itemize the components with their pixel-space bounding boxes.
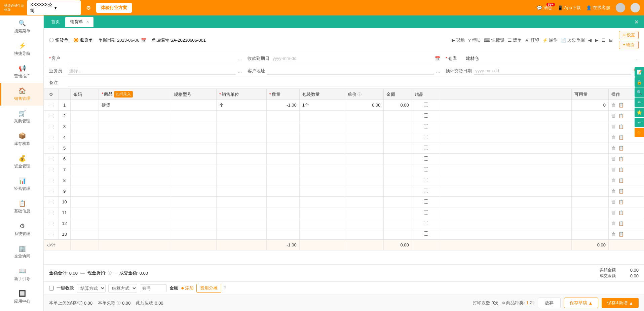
- row-goods[interactable]: [99, 111, 171, 121]
- row-goods[interactable]: [99, 132, 171, 143]
- row-copy-icon[interactable]: 📋: [618, 156, 624, 161]
- row-spec[interactable]: [171, 154, 216, 164]
- row-amount[interactable]: [383, 218, 412, 229]
- settle-method-select[interactable]: 结算方式: [77, 284, 106, 293]
- right-panel-alert-icon[interactable]: 🔶: [635, 128, 644, 137]
- window-close-icon[interactable]: ✕: [632, 17, 641, 27]
- row-barcode[interactable]: [71, 186, 99, 197]
- row-price[interactable]: [345, 175, 383, 186]
- row-price[interactable]: [345, 111, 383, 121]
- sidebar-item-marketing[interactable]: 📢 营销推广: [0, 61, 43, 83]
- row-price[interactable]: [345, 121, 383, 132]
- row-gift[interactable]: [412, 100, 440, 111]
- remarks-input[interactable]: [68, 79, 639, 86]
- row-gift-checkbox[interactable]: [424, 103, 428, 107]
- sidebar-item-weixin[interactable]: 💬 企业微信: [0, 308, 43, 311]
- row-qty[interactable]: [266, 121, 299, 132]
- row-qty[interactable]: [266, 186, 299, 197]
- receive-date-calendar-icon[interactable]: 📅: [435, 56, 440, 61]
- row-gift-checkbox[interactable]: [424, 221, 428, 225]
- row-drag-icon[interactable]: ⋮⋮: [47, 199, 55, 204]
- row-unit[interactable]: [216, 207, 266, 218]
- row-amount[interactable]: [383, 121, 412, 132]
- row-gift[interactable]: [412, 175, 440, 186]
- right-panel-edit2-icon[interactable]: ✏: [635, 118, 644, 127]
- row-unit[interactable]: [216, 164, 266, 175]
- row-gift-checkbox[interactable]: [424, 146, 428, 150]
- expense-button[interactable]: 费用分摊: [196, 284, 221, 293]
- sidebar-item-enterprise[interactable]: 🏢 企业协同: [0, 241, 43, 263]
- row-unit[interactable]: [216, 143, 266, 154]
- save-draft-button[interactable]: 保存草稿 ▲: [564, 298, 599, 308]
- payment-help-icon[interactable]: ?: [224, 286, 226, 290]
- row-spec[interactable]: [171, 218, 216, 229]
- right-panel-edit-icon[interactable]: 📝: [635, 67, 644, 77]
- row-gift[interactable]: [412, 143, 440, 154]
- row-spec[interactable]: [171, 111, 216, 121]
- price-info-icon[interactable]: ⓘ: [357, 92, 362, 97]
- row-amount[interactable]: [383, 207, 412, 218]
- row-copy-icon[interactable]: 📋: [618, 103, 624, 108]
- scan-button[interactable]: 扫码录入: [114, 91, 133, 98]
- avatar[interactable]: [616, 3, 625, 12]
- row-goods[interactable]: [99, 121, 171, 132]
- row-goods[interactable]: [99, 186, 171, 197]
- settings-button[interactable]: ⊙ 设置: [619, 31, 639, 39]
- row-goods[interactable]: [99, 229, 171, 240]
- radio-return[interactable]: 退货单: [74, 37, 93, 43]
- row-pack-qty[interactable]: [299, 143, 345, 154]
- row-drag-icon[interactable]: ⋮⋮: [47, 178, 55, 183]
- row-spec[interactable]: [171, 143, 216, 154]
- row-unit[interactable]: [216, 121, 266, 132]
- row-drag-icon[interactable]: ⋮⋮: [47, 124, 55, 129]
- row-gift-checkbox[interactable]: [424, 210, 428, 215]
- row-gift-checkbox[interactable]: [424, 156, 428, 161]
- save-new-button[interactable]: 保存&新增 ▲: [602, 298, 639, 308]
- row-barcode[interactable]: [71, 175, 99, 186]
- discount-info-icon[interactable]: ⓘ: [108, 270, 112, 276]
- row-pack-qty[interactable]: [299, 164, 345, 175]
- row-delete-icon[interactable]: 🗑: [611, 221, 616, 226]
- row-gift-checkbox[interactable]: [424, 178, 428, 182]
- row-price[interactable]: [345, 197, 383, 207]
- history-action[interactable]: 📄 历史单据: [561, 37, 585, 43]
- row-spec[interactable]: [171, 121, 216, 132]
- row-barcode[interactable]: [71, 164, 99, 175]
- online-service-button[interactable]: 👤 在线客服: [586, 5, 610, 11]
- one-click-checkbox[interactable]: [49, 286, 54, 290]
- debt2-info-icon[interactable]: ⓘ: [117, 300, 121, 306]
- row-gift-checkbox[interactable]: [424, 124, 428, 128]
- row-amount[interactable]: [383, 229, 412, 240]
- row-qty[interactable]: [266, 175, 299, 186]
- row-gift-checkbox[interactable]: [424, 113, 428, 118]
- row-price[interactable]: [345, 229, 383, 240]
- row-delete-icon[interactable]: 🗑: [611, 135, 616, 140]
- salesman-input[interactable]: [68, 67, 236, 75]
- row-copy-icon[interactable]: 📋: [618, 210, 624, 215]
- row-drag-icon[interactable]: ⋮⋮: [47, 156, 55, 161]
- row-qty[interactable]: -1.00: [266, 100, 299, 111]
- row-unit[interactable]: [216, 218, 266, 229]
- row-drag-icon[interactable]: ⋮⋮: [47, 113, 55, 118]
- row-delete-icon[interactable]: 🗑: [611, 199, 616, 204]
- row-price[interactable]: [345, 132, 383, 143]
- row-spec[interactable]: [171, 207, 216, 218]
- account-input[interactable]: [140, 284, 167, 292]
- th-settings[interactable]: ⚙: [44, 89, 59, 100]
- row-goods[interactable]: [99, 197, 171, 207]
- row-gift[interactable]: [412, 111, 440, 121]
- row-qty[interactable]: [266, 143, 299, 154]
- app-download-button[interactable]: 📱 App下载: [558, 5, 581, 11]
- row-pack-qty[interactable]: [299, 197, 345, 207]
- sidebar-item-search[interactable]: 🔍 搜索菜单: [0, 15, 43, 38]
- right-panel-star-icon[interactable]: ⭐: [635, 108, 644, 117]
- row-barcode[interactable]: [71, 207, 99, 218]
- row-drag-icon[interactable]: ⋮⋮: [47, 135, 55, 140]
- settings-icon[interactable]: ⚙: [83, 3, 93, 13]
- help-action[interactable]: ? 帮助: [468, 37, 480, 43]
- customer-address-input[interactable]: [267, 67, 434, 75]
- add-button[interactable]: ● 添加: [181, 285, 194, 291]
- row-gift-checkbox[interactable]: [424, 135, 428, 139]
- settle-method-select2[interactable]: 结算方式: [108, 284, 137, 293]
- row-amount[interactable]: [383, 132, 412, 143]
